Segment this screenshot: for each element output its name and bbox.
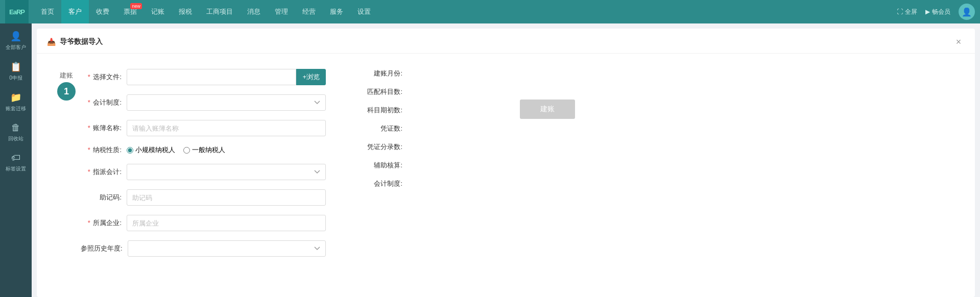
browse-button[interactable]: +浏览 [296,69,326,85]
nav-services[interactable]: 服务 [323,0,350,23]
sidebar-label-recycle: 回收站 [8,135,23,142]
close-button[interactable]: × [952,36,965,48]
dialog-card: 📥 导爷数据导入 × 建账 1 [37,29,975,297]
step-label: 建账 [60,71,73,80]
memo-label: 助记码: [81,193,127,202]
match-subjects-label: 匹配科目数: [356,87,408,96]
form-area: 建账 1 * 选择文件: +浏览 [37,54,975,281]
initial-balance-row: 科目期初数: [356,106,510,115]
sidebar-label-declarations: 0申报 [9,75,22,82]
match-subjects-row: 匹配科目数: [356,87,510,96]
top-right-actions: ⛶ 全屏 ▶ 畅会员 👤 [897,4,975,20]
sidebar-item-all-customers[interactable]: 👤 全部客户 [0,26,32,56]
voucher-count-row: 凭证数: [356,124,510,133]
form-action: 建账 [510,69,575,266]
tax-type-general-radio[interactable] [183,147,190,154]
account-name-row: * 账簿名称: [81,120,326,136]
accounting-system-row: * 会计制度: [81,94,326,111]
voucher-entries-label: 凭证分录数: [356,142,408,152]
tax-type-small[interactable]: 小规模纳税人 [127,145,175,155]
accounting-month-label: 建账月份: [356,69,408,78]
nav-menu: 首页 客户 收费 票据 new 记账 报税 工商项目 消息 管理 经营 服务 设… [34,0,897,23]
top-navigation: EaRP 首页 客户 收费 票据 new 记账 报税 工商项目 消息 管理 经营… [0,0,980,23]
accounting-system-wrapper [127,94,326,111]
file-input-group: +浏览 [127,69,326,85]
initial-balance-label: 科目期初数: [356,106,408,115]
voucher-entries-row: 凭证分录数: [356,142,510,152]
nav-customers[interactable]: 客户 [61,0,89,23]
sidebar: 👤 全部客户 📋 0申报 📁 账套迁移 🗑 回收站 🏷 标签设置 [0,23,32,297]
recycle-icon: 🗑 [11,122,20,133]
reference-year-row: 参照历史年度: [81,240,326,257]
accounting-month-row: 建账月份: [356,69,510,78]
sidebar-label-account-migration: 账套迁移 [6,105,26,112]
step-indicator: 建账 1 [57,69,76,266]
sidebar-item-declarations[interactable]: 📋 0申报 [0,56,32,87]
assign-accountant-row: * 指派会计: [81,164,326,180]
company-input[interactable] [127,215,326,231]
nav-bookkeeping[interactable]: 记账 [144,0,172,23]
account-name-label: * 账簿名称: [81,123,127,133]
sidebar-item-recycle[interactable]: 🗑 回收站 [0,117,32,147]
sidebar-label-tag-settings: 标签设置 [6,165,26,172]
new-badge: new [130,3,142,9]
nav-operations[interactable]: 经营 [295,0,323,23]
nav-management[interactable]: 管理 [268,0,295,23]
account-name-input[interactable] [127,120,326,136]
right-accounting-system-row: 会计制度: [356,179,510,188]
form-right: 建账月份: 匹配科目数: 科目期初数: 凭证数: [326,69,510,266]
fullscreen-icon: ⛶ [897,8,903,15]
tax-type-small-radio[interactable] [127,147,133,154]
nav-tax[interactable]: 报税 [172,0,199,23]
sidebar-item-tag-settings[interactable]: 🏷 标签设置 [0,147,32,178]
nav-home[interactable]: 首页 [34,0,61,23]
file-label: * 选择文件: [81,72,127,82]
company-label: * 所属企业: [81,218,127,228]
all-customers-icon: 👤 [10,31,21,42]
step-circle: 1 [57,82,76,101]
assign-accountant-wrapper [127,164,326,180]
main-content: 📥 导爷数据导入 × 建账 1 [32,23,980,297]
assign-accountant-label: * 指派会计: [81,167,127,177]
main-layout: 👤 全部客户 📋 0申报 📁 账套迁移 🗑 回收站 🏷 标签设置 📥 导爷 [0,23,980,297]
accounting-system-label: * 会计制度: [81,98,127,107]
declarations-icon: 📋 [10,61,21,72]
tax-type-general[interactable]: 一般纳税人 [183,145,225,155]
vip-icon: ▶ [925,8,930,15]
fullscreen-button[interactable]: ⛶ 全屏 [897,8,917,16]
file-row: * 选择文件: +浏览 [81,69,326,85]
card-title: 📥 导爷数据导入 [47,37,103,46]
tax-type-row: * 纳税性质: 小规模纳税人 一般纳税人 [81,145,326,155]
account-migration-icon: 📁 [10,92,21,103]
sidebar-item-account-migration[interactable]: 📁 账套迁移 [0,87,32,117]
dialog-title: 导爷数据导入 [60,37,103,46]
form-left: * 选择文件: +浏览 * 会计制度: [81,69,326,266]
sidebar-label-all-customers: 全部客户 [6,44,26,51]
import-icon: 📥 [47,38,56,46]
reference-year-select[interactable] [128,240,326,257]
reference-year-wrapper [128,240,326,257]
company-row: * 所属企业: [81,215,326,231]
tax-type-label: * 纳税性质: [81,145,127,155]
reference-year-label: 参照历史年度: [81,244,128,253]
create-account-button[interactable]: 建账 [520,100,575,119]
app-logo: EaRP [5,0,29,23]
assign-accountant-select[interactable] [127,164,326,180]
user-avatar[interactable]: 👤 [959,4,975,20]
nav-invoices[interactable]: 票据 new [116,0,144,23]
avatar-icon: 👤 [962,7,972,17]
card-header: 📥 导爷数据导入 × [37,29,975,54]
vip-button[interactable]: ▶ 畅会员 [925,8,950,16]
voucher-count-label: 凭证数: [356,124,408,133]
nav-messages[interactable]: 消息 [240,0,268,23]
file-input[interactable] [127,69,296,85]
memo-input[interactable] [127,189,326,206]
nav-business[interactable]: 工商项目 [199,0,240,23]
tag-settings-icon: 🏷 [11,153,20,163]
nav-fees[interactable]: 收费 [89,0,116,23]
memo-row: 助记码: [81,189,326,206]
accounting-system-select[interactable] [127,94,326,111]
nav-settings[interactable]: 设置 [350,0,378,23]
right-accounting-system-label: 会计制度: [356,179,408,188]
tax-type-radio-group: 小规模纳税人 一般纳税人 [127,145,326,155]
